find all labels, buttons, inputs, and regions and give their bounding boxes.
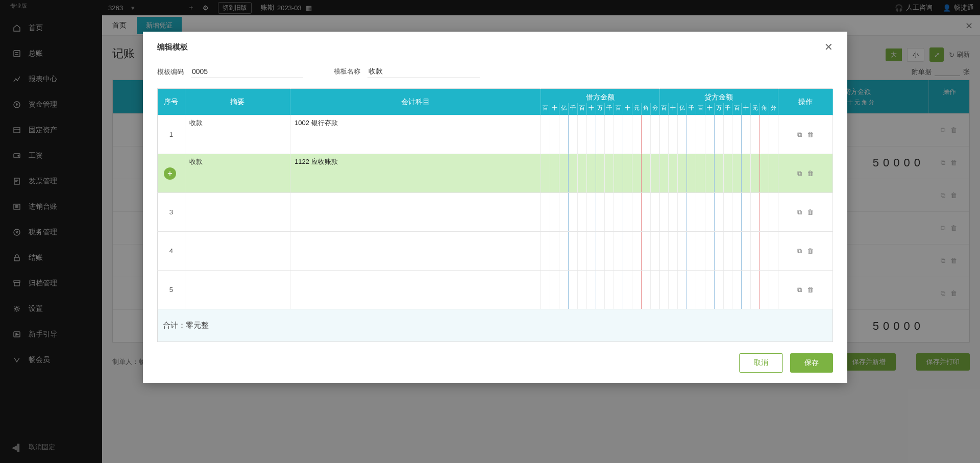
table-row[interactable]: 1收款1002 银行存款⧉🗑 [158, 115, 833, 154]
template-table: 序号 摘要 会计科目 借方金额 贷方金额 操作 百十亿千百十万千百十元角分百十亿… [157, 88, 833, 342]
delete-row-icon[interactable]: 🗑 [807, 208, 814, 216]
row-index: 3 [158, 193, 185, 232]
row-summary[interactable] [185, 232, 290, 271]
digit-header: 元 [751, 103, 760, 115]
sum-credit [659, 309, 778, 342]
row-summary[interactable]: 收款 [185, 154, 290, 193]
template-code-input[interactable] [191, 65, 303, 78]
digit-header: 分 [650, 103, 659, 115]
th-index: 序号 [158, 89, 185, 115]
copy-row-icon[interactable]: ⧉ [797, 286, 802, 294]
th-credit: 贷方金额 [659, 89, 778, 104]
digit-header: 亿 [678, 103, 687, 115]
close-icon[interactable]: ✕ [824, 41, 833, 53]
digit-header: 千 [723, 103, 732, 115]
debit-cells[interactable] [541, 232, 659, 271]
save-button[interactable]: 保存 [790, 353, 833, 373]
row-subject[interactable] [290, 232, 541, 271]
debit-cells[interactable] [541, 271, 659, 309]
digit-header: 百 [577, 103, 586, 115]
delete-row-icon[interactable]: 🗑 [807, 169, 814, 177]
digit-header: 百 [732, 103, 742, 115]
digit-header: 千 [687, 103, 696, 115]
sum-op [778, 309, 832, 342]
digit-header: 角 [641, 103, 650, 115]
row-ops: ⧉🗑 [778, 232, 832, 271]
modal-title: 编辑模板 [157, 42, 188, 52]
template-name-label: 模板名称 [334, 67, 360, 76]
delete-row-icon[interactable]: 🗑 [807, 247, 814, 255]
debit-cells[interactable] [541, 193, 659, 232]
row-index: 1 [158, 115, 185, 154]
delete-row-icon[interactable]: 🗑 [807, 286, 814, 294]
cancel-button[interactable]: 取消 [739, 353, 783, 373]
table-row[interactable]: 5⧉🗑 [158, 271, 833, 309]
add-row-button[interactable]: + [164, 167, 176, 180]
digit-header: 万 [596, 103, 605, 115]
digit-header: 十 [623, 103, 632, 115]
digit-header: 百 [541, 103, 550, 115]
row-subject[interactable] [290, 193, 541, 232]
sum-debit [541, 309, 659, 342]
digit-header: 十 [705, 103, 714, 115]
th-op: 操作 [778, 89, 832, 115]
table-row[interactable]: 3⧉🗑 [158, 193, 833, 232]
credit-cells[interactable] [659, 232, 778, 271]
debit-cells[interactable] [541, 115, 659, 154]
digit-header: 亿 [559, 103, 569, 115]
row-subject[interactable]: 1002 银行存款 [290, 115, 541, 154]
row-subject[interactable] [290, 271, 541, 309]
digit-header: 十 [742, 103, 751, 115]
digit-header: 分 [769, 103, 778, 115]
copy-row-icon[interactable]: ⧉ [797, 208, 802, 216]
th-subject: 会计科目 [290, 89, 541, 115]
digit-header: 百 [696, 103, 705, 115]
digit-header: 百 [614, 103, 623, 115]
row-ops: ⧉🗑 [778, 193, 832, 232]
table-row[interactable]: +收款1122 应收账款⧉🗑 [158, 154, 833, 193]
credit-cells[interactable] [659, 271, 778, 309]
row-ops: ⧉🗑 [778, 271, 832, 309]
edit-template-modal: 编辑模板 ✕ 模板编码 模板名称 序号 摘要 会计科目 借方金额 贷方金额 [143, 32, 847, 383]
credit-cells[interactable] [659, 154, 778, 193]
table-row[interactable]: 4⧉🗑 [158, 232, 833, 271]
row-ops: ⧉🗑 [778, 115, 832, 154]
row-index: 5 [158, 271, 185, 309]
row-summary[interactable] [185, 271, 290, 309]
template-code-label: 模板编码 [157, 67, 184, 77]
row-summary[interactable]: 收款 [185, 115, 290, 154]
row-summary[interactable] [185, 193, 290, 232]
debit-cells[interactable] [541, 154, 659, 193]
digit-header: 十 [586, 103, 596, 115]
credit-cells[interactable] [659, 115, 778, 154]
copy-row-icon[interactable]: ⧉ [797, 247, 802, 255]
digit-header: 万 [714, 103, 723, 115]
digit-header: 十 [669, 103, 678, 115]
digit-header: 角 [760, 103, 769, 115]
row-ops: ⧉🗑 [778, 154, 832, 193]
credit-cells[interactable] [659, 193, 778, 232]
copy-row-icon[interactable]: ⧉ [797, 169, 802, 177]
row-index: + [158, 154, 185, 193]
template-name-input[interactable] [368, 65, 480, 78]
copy-row-icon[interactable]: ⧉ [797, 131, 802, 138]
digit-header: 千 [568, 103, 577, 115]
digit-header: 百 [659, 103, 669, 115]
row-index: 4 [158, 232, 185, 271]
digit-header: 千 [605, 103, 614, 115]
row-subject[interactable]: 1122 应收账款 [290, 154, 541, 193]
digit-header: 元 [632, 103, 641, 115]
th-debit: 借方金额 [541, 89, 659, 104]
sum-label: 合计：零元整 [158, 309, 541, 342]
th-summary: 摘要 [185, 89, 290, 115]
digit-header: 十 [550, 103, 559, 115]
delete-row-icon[interactable]: 🗑 [807, 131, 814, 138]
